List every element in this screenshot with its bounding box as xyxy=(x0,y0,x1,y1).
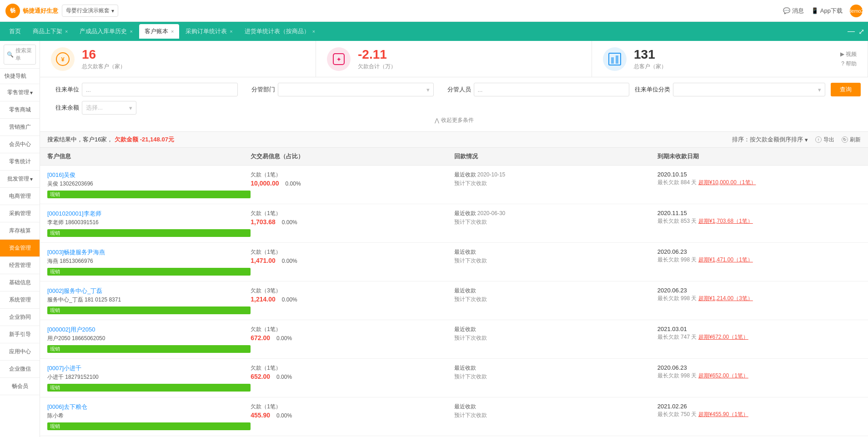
customer-name-link[interactable]: [0001020001]李老师 xyxy=(47,210,251,218)
tab-close-icon[interactable]: × xyxy=(65,29,68,34)
debt-amount[interactable]: 1,471.00 xyxy=(251,257,276,264)
overdue-amount-value: -2.11 xyxy=(358,47,396,62)
filter-balance-select[interactable]: 选择... ▾ xyxy=(82,101,136,115)
export-label: 导出 xyxy=(823,136,834,144)
quick-nav-item[interactable]: 快捷导航 xyxy=(0,69,40,84)
sidebar-item-base-info[interactable]: 基础信息 xyxy=(0,274,40,291)
sidebar-item-finance[interactable]: 资金管理 xyxy=(0,240,40,257)
sidebar-item-inventory[interactable]: 库存核算 xyxy=(0,222,40,240)
sidebar-search-box[interactable]: 🔍 搜索菜单 xyxy=(4,45,36,65)
customer-name-link[interactable]: [000002]用户2050 xyxy=(47,326,251,334)
tab-product-status[interactable]: 商品上下架 × xyxy=(27,24,73,39)
tab-product-history[interactable]: 产成品入库单历史 × xyxy=(74,24,138,39)
debt-amount[interactable]: 1,703.68 xyxy=(251,218,276,226)
tab-close-icon[interactable]: × xyxy=(130,29,132,34)
due-cell: 2020.06.23 最长欠款 998 天 超期¥652.00（1笔） xyxy=(657,364,861,380)
filter-category-select[interactable]: ▾ xyxy=(673,83,825,96)
main-layout: 🔍 搜索菜单 快捷导航 零售管理 ▾ 零售商城 营销推广 会员中心 xyxy=(0,41,868,437)
sidebar-item-retail-mall[interactable]: 零售商城 xyxy=(0,101,40,119)
overdue-amount-link[interactable]: 超期¥1,471.00（1笔） xyxy=(698,256,753,263)
sidebar-item-enterprise-wechat[interactable]: 企业微信 xyxy=(0,361,40,378)
last-payment: 最近收款 xyxy=(454,326,657,333)
tab-inventory-stats[interactable]: 进货单统计表（按商品） × xyxy=(239,24,321,39)
debt-cell: 欠款（1笔） 1,703.68 0.00% xyxy=(251,210,454,226)
sidebar-item-retail-mgmt[interactable]: 零售管理 ▾ xyxy=(0,84,40,101)
debt-amount[interactable]: 455.90 xyxy=(251,412,270,419)
debt-ratio: 0.00% xyxy=(282,296,297,303)
debt-count: 欠款（1笔） xyxy=(251,248,454,256)
overdue-amount-link[interactable]: 超期¥672.00（1笔） xyxy=(698,334,748,340)
customer-cell: [0007]小进千 小进千 18279152100 现销 xyxy=(47,364,251,392)
sidebar-item-label: 电商管理 xyxy=(9,193,31,199)
customer-id[interactable]: [0003]畅捷服务尹海燕 xyxy=(47,249,105,256)
customer-id[interactable]: [0007]小进千 xyxy=(47,365,81,372)
user-menu[interactable]: demo2 xyxy=(850,5,863,17)
debt-amount[interactable]: 10,000.00 xyxy=(251,180,279,187)
debt-row: 1,471.00 0.00% xyxy=(251,257,454,264)
sidebar-item-label: 采购管理 xyxy=(9,210,31,216)
sidebar-item-enterprise-collab[interactable]: 企业协同 xyxy=(0,309,40,326)
customer-name-link[interactable]: [0016]吴俊 xyxy=(47,171,251,179)
debt-amount[interactable]: 672.00 xyxy=(251,334,270,342)
debt-amount[interactable]: 652.00 xyxy=(251,373,270,380)
user-avatar: demo2 xyxy=(850,5,863,17)
industry-selector[interactable]: 母婴行业演示账套 ▾ xyxy=(62,5,118,17)
sidebar-item-member-center[interactable]: 会员中心 xyxy=(0,136,40,153)
overdue-amount-link[interactable]: 超期¥1,703.68（1笔） xyxy=(698,218,753,224)
overdue-amount-link[interactable]: 超期¥455.90（1笔） xyxy=(698,411,748,417)
filter-dept-select[interactable]: ▾ xyxy=(278,83,434,96)
sidebar-item-app-center[interactable]: 应用中心 xyxy=(0,343,40,361)
customer-id[interactable]: [0001020001]李老师 xyxy=(47,210,101,217)
customer-name-link[interactable]: [0006]去下粮仓 xyxy=(47,403,251,411)
overdue-amount-link[interactable]: 超期¥1,214.00（3笔） xyxy=(698,295,753,301)
view-video-link[interactable]: ▶ 视频 xyxy=(840,50,857,58)
customer-id[interactable]: [0016]吴俊 xyxy=(47,171,75,178)
message-button[interactable]: 💬 消息 xyxy=(783,7,804,15)
stat-card-actions: ▶ 视频 ? 帮助 xyxy=(840,50,857,68)
filter-person-input[interactable]: ... xyxy=(474,83,630,96)
customer-id[interactable]: [0002]服务中心_丁磊 xyxy=(47,287,102,294)
tab-close-icon[interactable]: × xyxy=(230,29,232,34)
col-header-due: 到期未收款日期 xyxy=(657,152,861,161)
payment-cell: 最近收款 2020-06-30 预计下次收款 xyxy=(454,210,657,226)
sort-selector[interactable]: 排序：按欠款金额倒序排序 ▾ xyxy=(732,136,808,144)
tab-customer-account[interactable]: 客户账本 × xyxy=(139,24,179,39)
sidebar-item-purchase-mgmt[interactable]: 采购管理 xyxy=(0,205,40,222)
tab-maximize-btn[interactable]: ⤢ xyxy=(858,27,864,36)
search-button[interactable]: 查询 xyxy=(831,83,861,96)
sidebar-item-marketing[interactable]: 营销推广 xyxy=(0,119,40,136)
view-label: 视频 xyxy=(846,50,857,58)
sidebar-item-batch-mgmt[interactable]: 批发管理 ▾ xyxy=(0,171,40,188)
sidebar-item-ecommerce[interactable]: 电商管理 xyxy=(0,188,40,205)
debt-amount[interactable]: 1,214.00 xyxy=(251,296,276,303)
tab-minimize-btn[interactable]: — xyxy=(848,27,855,36)
help-link[interactable]: ? 帮助 xyxy=(841,60,857,68)
sidebar-item-new-guide[interactable]: 新手引导 xyxy=(0,326,40,343)
industry-dropdown-icon: ▾ xyxy=(111,8,114,14)
sidebar-item-system[interactable]: 系统管理 xyxy=(0,291,40,309)
customer-id[interactable]: [0006]去下粮仓 xyxy=(47,403,87,410)
app-download-button[interactable]: 📱 App下载 xyxy=(811,7,843,15)
tab-purchase-order[interactable]: 采购订单统计表 × xyxy=(180,24,238,39)
refresh-button[interactable]: ↻ 刷新 xyxy=(842,136,861,144)
tab-home[interactable]: 首页 xyxy=(4,24,26,39)
sidebar-item-operations[interactable]: 经营管理 xyxy=(0,257,40,274)
overdue-amount-link[interactable]: 超期¥652.00（1笔） xyxy=(698,372,748,379)
filter-supplier-input[interactable]: ... xyxy=(82,83,238,96)
tab-close-icon[interactable]: × xyxy=(171,29,174,34)
tab-close-icon[interactable]: × xyxy=(312,29,315,34)
customer-phone: 陈小希 xyxy=(47,412,251,420)
export-button[interactable]: ↑ 导出 xyxy=(815,136,834,144)
customer-name-link[interactable]: [0002]服务中心_丁磊 xyxy=(47,287,251,295)
overdue-amount-link[interactable]: 超期¥10,000.00（1笔） xyxy=(698,179,756,186)
sidebar-item-vip-member[interactable]: 畅会员 xyxy=(0,378,40,395)
balance-placeholder: 选择... xyxy=(86,104,103,112)
customer-id[interactable]: [000002]用户2050 xyxy=(47,326,95,333)
due-date: 2020.11.15 xyxy=(657,210,861,216)
sidebar-item-label: 会员中心 xyxy=(9,141,31,147)
sidebar-item-retail-stats[interactable]: 零售统计 xyxy=(0,153,40,171)
svg-text:✦: ✦ xyxy=(336,56,341,63)
collapse-more-btn[interactable]: ⋀ 收起更多条件 xyxy=(47,115,861,126)
customer-name-link[interactable]: [0003]畅捷服务尹海燕 xyxy=(47,248,251,256)
customer-name-link[interactable]: [0007]小进千 xyxy=(47,364,251,372)
